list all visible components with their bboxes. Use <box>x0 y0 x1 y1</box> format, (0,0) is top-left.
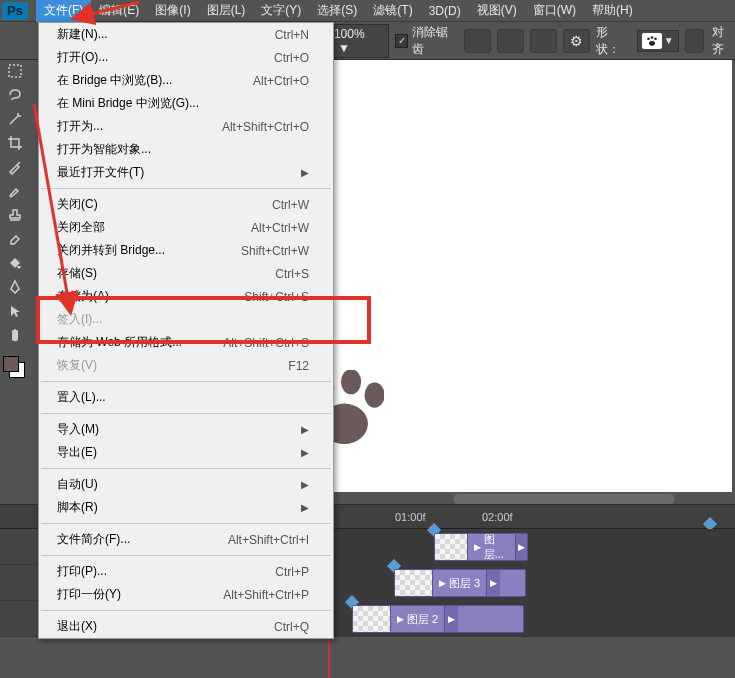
menu-item-shortcut: Alt+Shift+Ctrl+S <box>223 336 309 350</box>
gear-icon[interactable]: ⚙ <box>563 29 590 53</box>
eraser-tool-icon[interactable] <box>3 228 27 250</box>
menu-item[interactable]: 关闭全部Alt+Ctrl+W <box>39 216 333 239</box>
antialias-checkbox[interactable]: ✓ 消除锯齿 <box>395 24 458 58</box>
menu-item[interactable]: 存储为(A)...Shift+Ctrl+S <box>39 285 333 308</box>
svg-rect-6 <box>9 65 21 77</box>
menu-item[interactable]: 自动(U)▶ <box>39 473 333 496</box>
menu-item-label: 存储为 Web 所用格式... <box>57 334 182 351</box>
menu-item[interactable]: 打开为智能对象... <box>39 138 333 161</box>
menu-view[interactable]: 视图(V) <box>469 0 525 22</box>
menu-item-label: 文件简介(F)... <box>57 531 130 548</box>
wand-tool-icon[interactable] <box>3 108 27 130</box>
lasso-tool-icon[interactable] <box>3 84 27 106</box>
clip-end-handle[interactable]: ▶ <box>444 606 458 632</box>
clip-label: ▶图层 3 <box>433 576 486 591</box>
menu-item-label: 存储为(A)... <box>57 288 119 305</box>
menu-separator <box>41 413 331 414</box>
menu-item[interactable]: 关闭并转到 Bridge...Shift+Ctrl+W <box>39 239 333 262</box>
marquee-tool-icon[interactable] <box>3 60 27 82</box>
menu-item[interactable]: 退出(X)Ctrl+Q <box>39 615 333 638</box>
menu-window[interactable]: 窗口(W) <box>525 0 584 22</box>
menu-item-shortcut: Alt+Shift+Ctrl+I <box>228 533 309 547</box>
clip-thumbnail <box>395 570 433 596</box>
menu-item-shortcut: Ctrl+P <box>275 565 309 579</box>
svg-point-1 <box>650 36 653 39</box>
menu-item[interactable]: 新建(N)...Ctrl+N <box>39 23 333 46</box>
menu-item-label: 打开(O)... <box>57 49 108 66</box>
horizontal-scrollbar[interactable] <box>454 494 674 504</box>
timeline-clip[interactable]: ▶图层 3▶ <box>394 569 526 597</box>
align-button-2[interactable] <box>497 29 524 53</box>
time-marker-1: 01:00f <box>395 511 426 523</box>
menu-item: 恢复(V)F12 <box>39 354 333 377</box>
menu-item[interactable]: 置入(L)... <box>39 386 333 409</box>
menu-item-label: 恢复(V) <box>57 357 97 374</box>
menu-item[interactable]: 导入(M)▶ <box>39 418 333 441</box>
menu-edit[interactable]: 编辑(E) <box>91 0 147 22</box>
menu-item[interactable]: 打开为...Alt+Shift+Ctrl+O <box>39 115 333 138</box>
menu-item[interactable]: 存储(S)Ctrl+S <box>39 262 333 285</box>
paw-icon <box>642 33 662 49</box>
svg-point-9 <box>365 383 384 408</box>
submenu-arrow-icon: ▶ <box>301 167 309 178</box>
menu-item[interactable]: 脚本(R)▶ <box>39 496 333 519</box>
menu-item-shortcut: F12 <box>288 359 309 373</box>
menu-separator <box>41 555 331 556</box>
menu-item[interactable]: 导出(E)▶ <box>39 441 333 464</box>
align-button-3[interactable] <box>530 29 557 53</box>
menu-item[interactable]: 最近打开文件(T)▶ <box>39 161 333 184</box>
submenu-arrow-icon: ▶ <box>301 424 309 435</box>
menu-select[interactable]: 选择(S) <box>309 0 365 22</box>
menu-bar: Ps 文件(F) 编辑(E) 图像(I) 图层(L) 文字(Y) 选择(S) 滤… <box>0 0 735 22</box>
brush-tool-icon[interactable] <box>3 180 27 202</box>
menu-image[interactable]: 图像(I) <box>147 0 198 22</box>
align-toggle-icon[interactable] <box>685 29 704 53</box>
svg-point-3 <box>649 41 655 46</box>
timeline-clip[interactable]: ▶图层...▶ <box>434 533 528 561</box>
hand-tool-icon[interactable] <box>3 324 27 346</box>
menu-item[interactable]: 关闭(C)Ctrl+W <box>39 193 333 216</box>
clip-label: ▶图层 2 <box>391 612 444 627</box>
canvas[interactable] <box>334 60 732 492</box>
menu-item[interactable]: 在 Mini Bridge 中浏览(G)... <box>39 92 333 115</box>
track-lane[interactable]: ▶图层 3▶ <box>326 565 735 600</box>
menu-item[interactable]: 文件简介(F)...Alt+Shift+Ctrl+I <box>39 528 333 551</box>
menu-separator <box>41 468 331 469</box>
timeline-clip[interactable]: ▶图层 2▶ <box>352 605 524 633</box>
menu-item[interactable]: 打开(O)...Ctrl+O <box>39 46 333 69</box>
bucket-tool-icon[interactable] <box>3 252 27 274</box>
crop-tool-icon[interactable] <box>3 132 27 154</box>
menu-filter[interactable]: 滤镜(T) <box>365 0 420 22</box>
menu-item-shortcut: Ctrl+Q <box>274 620 309 634</box>
eyedropper-tool-icon[interactable] <box>3 156 27 178</box>
menu-item[interactable]: 存储为 Web 所用格式...Alt+Shift+Ctrl+S <box>39 331 333 354</box>
menu-layer[interactable]: 图层(L) <box>199 0 254 22</box>
menu-item-label: 在 Bridge 中浏览(B)... <box>57 72 172 89</box>
stamp-tool-icon[interactable] <box>3 204 27 226</box>
menu-item[interactable]: 在 Bridge 中浏览(B)...Alt+Ctrl+O <box>39 69 333 92</box>
svg-point-0 <box>647 37 650 40</box>
svg-point-2 <box>654 37 657 40</box>
menu-help[interactable]: 帮助(H) <box>584 0 641 22</box>
time-marker-2: 02:00f <box>482 511 513 523</box>
menu-3d[interactable]: 3D(D) <box>421 1 469 21</box>
tool-strip <box>0 60 30 380</box>
align-button-1[interactable] <box>464 29 491 53</box>
pen-tool-icon[interactable] <box>3 276 27 298</box>
menu-item[interactable]: 打印(P)...Ctrl+P <box>39 560 333 583</box>
menu-file[interactable]: 文件(F) <box>36 0 91 22</box>
menu-item-label: 置入(L)... <box>57 389 106 406</box>
track-lane[interactable]: ▶图层...▶ <box>326 529 735 564</box>
clip-end-handle[interactable]: ▶ <box>486 570 500 596</box>
pointer-tool-icon[interactable] <box>3 300 27 322</box>
chevron-down-icon: ▼ <box>338 41 350 55</box>
shape-select[interactable]: ▼ <box>637 30 679 52</box>
menu-item[interactable]: 打印一份(Y)Alt+Shift+Ctrl+P <box>39 583 333 606</box>
track-lane[interactable]: ▶图层 2▶ <box>326 601 735 636</box>
menu-item-label: 在 Mini Bridge 中浏览(G)... <box>57 95 199 112</box>
zoom-input[interactable]: 100% ▼ <box>327 24 389 58</box>
menu-item-shortcut: Ctrl+W <box>272 198 309 212</box>
color-swatches[interactable] <box>3 356 27 380</box>
clip-end-handle[interactable]: ▶ <box>515 534 527 560</box>
menu-type[interactable]: 文字(Y) <box>253 0 309 22</box>
